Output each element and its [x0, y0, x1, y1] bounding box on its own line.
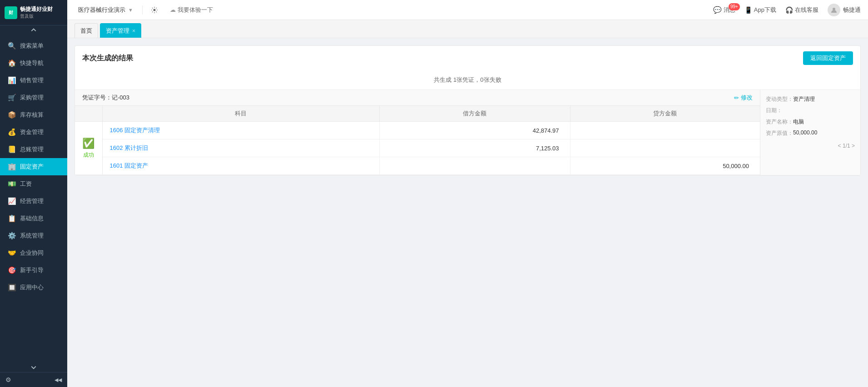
- voucher-table: 科目 借方金额 贷方金额 ✅ 成功: [75, 106, 760, 175]
- tab-asset-label: 资产管理: [106, 27, 129, 35]
- customer-service-button[interactable]: 🎧 在线客服: [785, 6, 818, 14]
- credit-cell: [570, 122, 760, 139]
- sidebar-item-label: 固定资产: [20, 163, 44, 171]
- phone-icon: 📱: [744, 6, 752, 14]
- subject-cell: 1601 固定资产: [102, 157, 379, 175]
- subject-col-header: 科目: [102, 106, 379, 122]
- voucher-side-panel: 变动类型： 资产清理 日期： 资产名称： 电脑 资产原值： 50,000.00: [760, 90, 860, 175]
- table-row: 1601 固定资产 50,000.00: [75, 157, 760, 175]
- sidebar-item-basic-info[interactable]: 📋 基础信息: [0, 210, 67, 227]
- sidebar-item-operations[interactable]: 📈 经营管理: [0, 193, 67, 210]
- asset-name-row: 资产名称： 电脑: [766, 118, 855, 126]
- settings-bottom-icon[interactable]: ⚙: [5, 376, 11, 383]
- edit-icon: ✏: [734, 94, 739, 101]
- sidebar-item-ledger[interactable]: 📒 总账管理: [0, 141, 67, 158]
- debit-cell: 7,125.03: [379, 139, 570, 157]
- tab-asset-management[interactable]: 资产管理 ×: [100, 23, 141, 38]
- table-row: 1602 累计折旧 7,125.03: [75, 139, 760, 157]
- subject-cell: 1602 累计折旧: [102, 139, 379, 157]
- handshake-icon: 🤝: [7, 249, 16, 257]
- message-button[interactable]: 💬 消息 99+: [713, 6, 735, 14]
- sidebar-nav: 🔍 搜索菜单 🏠 快捷导航 📊 销售管理 🛒 采购管理 📦 库存核算 💰 资金管…: [0, 35, 67, 363]
- edit-button[interactable]: ✏ 修改: [734, 94, 753, 102]
- sidebar-item-purchase[interactable]: 🛒 采购管理: [0, 89, 67, 106]
- sidebar-item-inventory[interactable]: 📦 库存核算: [0, 106, 67, 124]
- success-status: ✅ 成功: [82, 138, 95, 159]
- subject-link[interactable]: 1602 累计折旧: [110, 144, 149, 151]
- prev-page-button[interactable]: <: [838, 143, 841, 149]
- sidebar-item-label: 采购管理: [20, 94, 44, 102]
- sidebar-item-label: 系统管理: [20, 232, 44, 240]
- target-icon: 🎯: [7, 266, 16, 274]
- sidebar-item-label: 销售管理: [20, 76, 44, 84]
- sidebar-item-app-center[interactable]: 🔲 应用中心: [0, 279, 67, 296]
- side-pagination: < 1/1 >: [766, 143, 855, 149]
- dropdown-icon: ▼: [128, 7, 133, 13]
- collapse-icon[interactable]: ◀◀: [55, 377, 62, 383]
- result-card: 本次生成的结果 返回固定资产 共生成 1张凭证，0张失败 凭证字号：记-003 …: [74, 45, 861, 176]
- voucher-main: 凭证字号：记-003 ✏ 修改 科目 借方金额: [75, 90, 760, 175]
- sidebar-item-fixed-assets[interactable]: 🏢 固定资产: [0, 158, 67, 175]
- headset-icon: 🎧: [785, 6, 793, 14]
- asset-name-value: 电脑: [793, 118, 804, 126]
- sidebar: 财 畅捷通好业财 普及版 🔍 搜索菜单 🏠 快捷导航 📊 销售管理 🛒 采购管理…: [0, 0, 67, 387]
- next-page-button[interactable]: >: [852, 143, 855, 149]
- result-summary: 共生成 1张凭证，0张失败: [75, 70, 860, 90]
- tab-home-label: 首页: [80, 27, 92, 35]
- return-button[interactable]: 返回固定资产: [803, 51, 853, 65]
- subject-link[interactable]: 1601 固定资产: [110, 162, 149, 169]
- topbar-settings-button[interactable]: [148, 4, 161, 16]
- debit-cell: [379, 157, 570, 175]
- scroll-up-button[interactable]: [0, 25, 67, 35]
- sidebar-item-system[interactable]: ⚙️ 系统管理: [0, 227, 67, 244]
- credit-cell: [570, 139, 760, 157]
- sidebar-item-search[interactable]: 🔍 搜索菜单: [0, 37, 67, 55]
- app-logo: 财 畅捷通好业财 普及版: [0, 0, 67, 25]
- voucher-header-row: 凭证字号：记-003 ✏ 修改: [75, 90, 760, 106]
- tab-home[interactable]: 首页: [74, 23, 98, 38]
- change-type-label: 变动类型：: [766, 95, 793, 103]
- main-area: 医疗器械行业演示 ▼ ☁ 我要体验一下 💬 消息 99+ 📱 App下载: [67, 0, 868, 387]
- logo-text: 畅捷通好业财: [20, 5, 53, 13]
- logo-icon: 财: [5, 6, 17, 19]
- grid-icon: 🔲: [7, 283, 16, 292]
- book-icon: 📒: [7, 145, 16, 154]
- subject-link[interactable]: 1606 固定资产清理: [110, 127, 160, 134]
- avatar: [828, 4, 840, 16]
- success-label: 成功: [83, 151, 94, 159]
- trial-label: 我要体验一下: [178, 6, 213, 14]
- asset-value-label: 资产原值：: [766, 129, 793, 137]
- user-menu[interactable]: 畅捷通: [828, 4, 861, 16]
- credit-col-header: 贷方金额: [570, 106, 760, 122]
- sidebar-item-finance[interactable]: 💰 资金管理: [0, 124, 67, 141]
- sidebar-item-guide[interactable]: 🎯 新手引导: [0, 262, 67, 279]
- app-download-button[interactable]: 📱 App下载: [744, 6, 776, 14]
- sidebar-item-sales[interactable]: 📊 销售管理: [0, 72, 67, 89]
- gear-icon: ⚙️: [7, 232, 16, 240]
- username: 畅捷通: [843, 6, 861, 14]
- company-selector[interactable]: 医疗器械行业演示 ▼: [74, 4, 137, 16]
- sidebar-item-quick-nav[interactable]: 🏠 快捷导航: [0, 55, 67, 72]
- sidebar-item-label: 库存核算: [20, 111, 44, 119]
- app-download-label: App下载: [754, 6, 776, 14]
- table-row: ✅ 成功 1606 固定资产清理 42,874.97: [75, 122, 760, 139]
- date-row: 日期：: [766, 107, 855, 114]
- success-check-icon: ✅: [82, 138, 94, 149]
- trend-icon: 📈: [7, 197, 16, 205]
- sidebar-item-label: 资金管理: [20, 128, 44, 136]
- sidebar-item-label: 快捷导航: [20, 59, 44, 67]
- trial-button[interactable]: ☁ 我要体验一下: [166, 4, 217, 16]
- topbar: 医疗器械行业演示 ▼ ☁ 我要体验一下 💬 消息 99+ 📱 App下载: [67, 0, 868, 20]
- cart-icon: 🛒: [7, 94, 16, 102]
- debit-col-header: 借方金额: [379, 106, 570, 122]
- change-type-row: 变动类型： 资产清理: [766, 95, 855, 103]
- box-icon: 📦: [7, 111, 16, 119]
- subject-cell: 1606 固定资产清理: [102, 122, 379, 139]
- tab-close-button[interactable]: ×: [132, 28, 135, 34]
- sidebar-item-enterprise[interactable]: 🤝 企业协同: [0, 244, 67, 262]
- svg-point-0: [153, 9, 155, 11]
- message-icon: 💬: [713, 6, 722, 14]
- asset-value-value: 50,000.00: [793, 129, 817, 136]
- scroll-down-button[interactable]: [0, 363, 67, 372]
- sidebar-item-payroll[interactable]: 💵 工资: [0, 175, 67, 193]
